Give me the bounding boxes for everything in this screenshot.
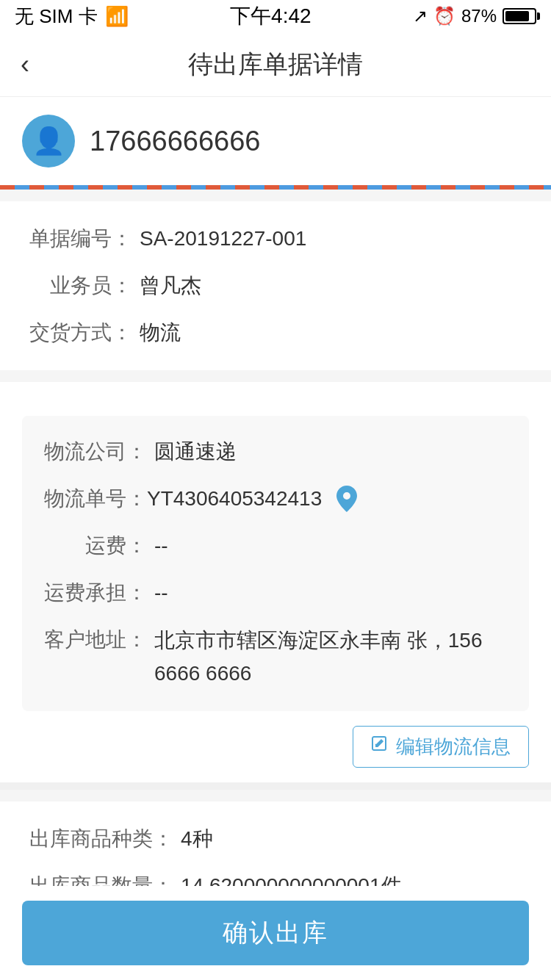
edit-icon: [371, 735, 389, 757]
order-number-row: 单据编号： SA-20191227-001: [29, 223, 522, 254]
battery-indicator: [503, 8, 536, 24]
delivery-method-label: 交货方式：: [29, 317, 132, 348]
sales-person-row: 业务员： 曾凡杰: [29, 270, 522, 301]
nav-bar: ‹ 待出库单据详情: [0, 32, 551, 97]
carrier-label: 无 SIM 卡: [15, 4, 98, 29]
logistics-company-value: 圆通速递: [154, 436, 507, 467]
address-label: 客户地址：: [44, 624, 147, 655]
edit-logistics-label: 编辑物流信息: [396, 734, 511, 760]
status-left: 无 SIM 卡 📶: [15, 4, 129, 29]
status-right: ↗ ⏰ 87%: [413, 6, 536, 26]
page-title: 待出库单据详情: [188, 48, 363, 82]
battery-percentage: 87%: [461, 6, 497, 26]
delivery-method-value: 物流: [140, 317, 522, 348]
edit-btn-row: 编辑物流信息: [22, 711, 529, 775]
address-row: 客户地址： 北京市市辖区海淀区永丰南 张，156 6666 6666: [44, 624, 507, 691]
address-value: 北京市市辖区海淀区永丰南 张，156 6666 6666: [154, 624, 507, 691]
sales-person-label: 业务员：: [29, 270, 132, 301]
order-info-section: 单据编号： SA-20191227-001 业务员： 曾凡杰 交货方式： 物流: [0, 201, 551, 370]
back-button[interactable]: ‹: [21, 49, 29, 80]
sales-person-value: 曾凡杰: [140, 270, 522, 301]
logistics-company-label: 物流公司：: [44, 436, 147, 467]
map-pin-icon[interactable]: [334, 486, 360, 512]
item-types-row: 出库商品种类： 4种: [29, 824, 522, 854]
location-icon: ↗: [413, 6, 428, 26]
item-types-value: 4种: [181, 824, 522, 854]
edit-logistics-button[interactable]: 编辑物流信息: [353, 726, 529, 768]
dashed-divider: [0, 185, 551, 190]
logistics-section: 物流公司： 圆通速递 物流单号： YT4306405342413 运费： -- …: [0, 382, 551, 782]
freight-bearer-label: 运费承担：: [44, 577, 147, 608]
status-time: 下午4:42: [230, 2, 311, 30]
user-header: 👤 17666666666: [0, 97, 551, 185]
wifi-icon: 📶: [105, 5, 129, 28]
section-separator: [0, 782, 551, 790]
avatar-icon: 👤: [32, 126, 65, 156]
freight-row: 运费： --: [44, 530, 507, 561]
alarm-icon: ⏰: [433, 6, 455, 26]
tracking-row: 物流单号： YT4306405342413: [44, 483, 507, 514]
avatar: 👤: [22, 115, 75, 167]
confirm-stock-out-button[interactable]: 确认出库: [22, 901, 529, 965]
logistics-company-row: 物流公司： 圆通速递: [44, 436, 507, 467]
user-phone: 17666666666: [90, 126, 260, 157]
item-types-label: 出库商品种类：: [29, 824, 173, 854]
freight-bearer-row: 运费承担： --: [44, 577, 507, 608]
freight-label: 运费：: [44, 530, 147, 561]
tracking-label: 物流单号：: [44, 483, 147, 514]
status-bar: 无 SIM 卡 📶 下午4:42 ↗ ⏰ 87%: [0, 0, 551, 32]
freight-bearer-value: --: [154, 577, 507, 608]
order-number-value: SA-20191227-001: [140, 223, 522, 254]
logistics-card: 物流公司： 圆通速递 物流单号： YT4306405342413 运费： -- …: [22, 416, 529, 711]
freight-value: --: [154, 530, 507, 561]
confirm-btn-area: 确认出库: [0, 886, 551, 980]
order-number-label: 单据编号：: [29, 223, 132, 254]
tracking-number: YT4306405342413: [147, 483, 322, 514]
battery-fill: [505, 11, 529, 21]
delivery-method-row: 交货方式： 物流: [29, 317, 522, 348]
